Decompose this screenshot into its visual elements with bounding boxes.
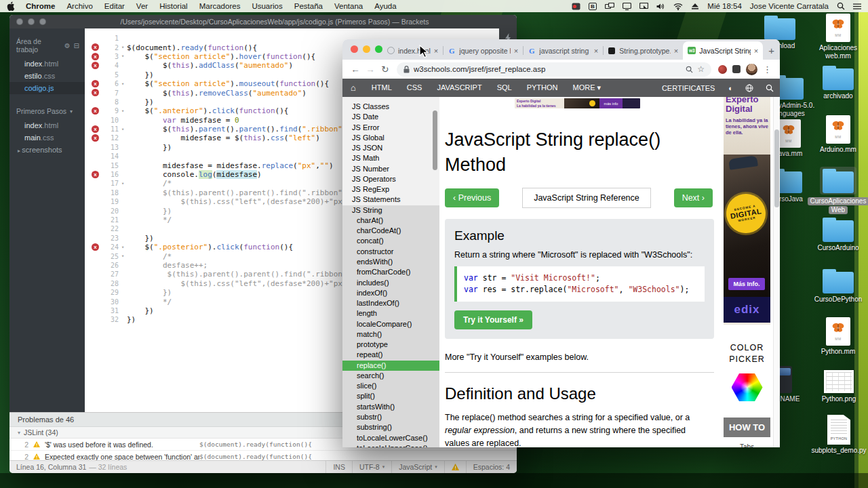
fold-arrow-icon[interactable]: ▾ (119, 45, 127, 50)
menu-historial[interactable]: Historial (159, 2, 188, 10)
tab-close-icon[interactable]: × (514, 47, 518, 55)
menu-marcadores[interactable]: Marcadores (199, 2, 241, 10)
nav-sql[interactable]: SQL (490, 83, 519, 92)
code-text[interactable]: var midesfase = 0 (127, 116, 239, 125)
code-text[interactable]: $(this).css("left",(desfase*200)+"px" (127, 279, 347, 288)
lint-error-icon[interactable]: x (92, 243, 99, 251)
lint-error-icon[interactable]: x (92, 89, 99, 96)
adblock-extension-icon[interactable] (718, 65, 727, 74)
tab-string-prototype[interactable]: String.prototype.× (603, 41, 683, 60)
forward-button[interactable]: → (363, 64, 378, 75)
desktop-icon-python-mm[interactable]: MMPython.mm (803, 317, 868, 356)
sidebar-item-match[interactable]: match() (342, 329, 439, 340)
tab-javascript-string[interactable]: w3JavaScript String× (683, 41, 763, 60)
nav-more[interactable]: MORE ▾ (566, 83, 609, 92)
project-header[interactable]: Primeros Pasos ▾ (9, 105, 85, 119)
sidebar-item-slice[interactable]: slice() (342, 381, 439, 391)
code-text[interactable]: }) (127, 306, 154, 315)
sidebar-item-startswith[interactable]: startsWith() (342, 402, 439, 412)
code-text[interactable]: $(this).removeClass("aumentado") (127, 89, 307, 98)
menubar-clock[interactable]: Mié 18:54 (707, 2, 742, 10)
sidebar-item-js-json[interactable]: JS JSON (342, 143, 439, 153)
desktop-icon-cursoarduino[interactable]: CursoArduino (803, 217, 868, 252)
menu-pesta-a[interactable]: Pestaña (294, 2, 323, 10)
sidebar-item-js-date[interactable]: JS Date (342, 112, 439, 122)
page-scrollbar[interactable] (773, 97, 780, 447)
sidebar-item-js-statements[interactable]: JS Statements (342, 195, 439, 205)
code-text[interactable]: $("section article").mouseout(function()… (127, 79, 329, 88)
sidebar-item-js-operators[interactable]: JS Operators (342, 174, 439, 184)
nav-certificates[interactable]: CERTIFICATES (654, 84, 722, 92)
screen-mirroring-icon[interactable] (639, 3, 648, 10)
back-button[interactable]: ← (348, 64, 363, 75)
code-text[interactable]: */ (127, 298, 172, 306)
desktop-icon-arduino-mm[interactable]: MMArduino.mm (803, 115, 868, 154)
banner-ad[interactable]: Experto Digital La habilidad ya la tiene… (515, 98, 640, 108)
reference-button[interactable]: JavaScript String Reference (522, 188, 651, 208)
sidebar-item-repeat[interactable]: repeat() (342, 350, 439, 360)
code-text[interactable]: }) (127, 143, 172, 152)
lint-error-icon[interactable]: x (92, 62, 99, 69)
sidebar-item-replace[interactable]: replace() (342, 361, 439, 371)
sidebar-item-fromcharcode[interactable]: fromCharCode() (342, 267, 439, 277)
sidebar-item-charcodeat[interactable]: charCodeAt() (342, 226, 439, 236)
code-text[interactable]: desfase++; (127, 261, 208, 270)
lint-error-icon[interactable]: x (92, 107, 99, 115)
project-folder-screenshots[interactable]: ▸ screenshots (9, 144, 85, 156)
gear-icon[interactable]: ⚙ (64, 42, 71, 49)
sidebar-item-js-math[interactable]: JS Math (342, 153, 439, 163)
sidebar-item-search[interactable]: search() (342, 371, 439, 381)
sidebar-item-js-classes[interactable]: JS Classes (342, 102, 439, 112)
overwrite-toggle[interactable]: INS (326, 461, 352, 473)
sidebar-item-indexof[interactable]: indexOf() (342, 288, 439, 298)
sidebar-item-js-error[interactable]: JS Error (342, 123, 439, 133)
lint-error-icon[interactable]: x (92, 53, 99, 60)
code-text[interactable]: console.log(midesfase) (127, 170, 262, 179)
desktop-icon-cursodepython[interactable]: CursoDePython (803, 268, 868, 304)
sidebar-item-js-global[interactable]: JS Global (342, 133, 439, 143)
desktop-icon-python-png[interactable]: Python.png (804, 370, 868, 403)
extensions-icon[interactable] (732, 65, 741, 73)
sidebar-item-js-string[interactable]: JS String (342, 205, 439, 216)
desktop-icon-subplots-demo-py[interactable]: PYTHONsubplots_demo.py (804, 415, 868, 455)
desktop-icon-archivado[interactable]: archivado (803, 65, 868, 100)
project-file-main-css[interactable]: main.css (9, 131, 85, 144)
profile-avatar[interactable] (746, 64, 757, 75)
working-file-codigo-js[interactable]: codigo.js (9, 82, 85, 94)
lint-error-icon[interactable]: x (92, 125, 99, 133)
example-code[interactable]: var str = "Visit Microsoft!";var res = s… (454, 266, 705, 302)
new-tab-button[interactable]: + (763, 41, 780, 60)
code-text[interactable]: $(this).parent().parent().find(".ribbon" (127, 270, 347, 279)
lint-error-icon[interactable]: x (92, 43, 99, 51)
url-text[interactable]: w3schools.com/jsref/jsref_replace.asp (414, 65, 682, 73)
keyboard-layout-icon[interactable] (572, 3, 580, 10)
lint-warning-icon[interactable] (444, 461, 466, 473)
wifi-icon[interactable] (673, 3, 683, 10)
nav-css[interactable]: CSS (399, 83, 430, 92)
tab-close-icon[interactable]: × (594, 47, 598, 55)
tv-icon[interactable] (623, 3, 631, 10)
code-text[interactable]: $(document).ready(function(){ (127, 43, 257, 52)
code-text[interactable]: $("section article").hover(function(){ (127, 52, 315, 61)
nav-python[interactable]: PYTHON (519, 83, 566, 92)
banner-ad-cta[interactable]: más info (599, 98, 623, 108)
sidebar-item-constructor[interactable]: constructor (342, 247, 439, 257)
sidebar-item-includes[interactable]: includes() (342, 278, 439, 288)
lint-error-icon[interactable]: x (92, 171, 99, 178)
displays-icon[interactable] (605, 3, 614, 10)
code-text[interactable]: /* (127, 252, 172, 261)
code-text[interactable]: /* (127, 179, 172, 188)
tab-close-icon[interactable]: × (434, 47, 438, 55)
desktop-icon-cursoaplicaciones-web[interactable]: CursoAplicacionesWeb (803, 167, 868, 214)
menu-archivo[interactable]: Archivo (66, 2, 92, 10)
sidebar-item-substring[interactable]: substring() (342, 422, 439, 432)
sidebar-item-js-number[interactable]: JS Number (342, 164, 439, 174)
tab-jquery-opposite-h[interactable]: Gjquery opposite h× (443, 41, 523, 60)
fold-arrow-icon[interactable]: ▾ (119, 253, 127, 259)
minimize-button[interactable] (28, 18, 35, 25)
tab-close-icon[interactable]: × (754, 47, 758, 55)
close-button[interactable] (351, 45, 358, 53)
home-icon[interactable]: ⌂ (342, 83, 364, 93)
menu-usuarios[interactable]: Usuarios (252, 2, 282, 10)
eject-icon[interactable] (691, 3, 699, 10)
